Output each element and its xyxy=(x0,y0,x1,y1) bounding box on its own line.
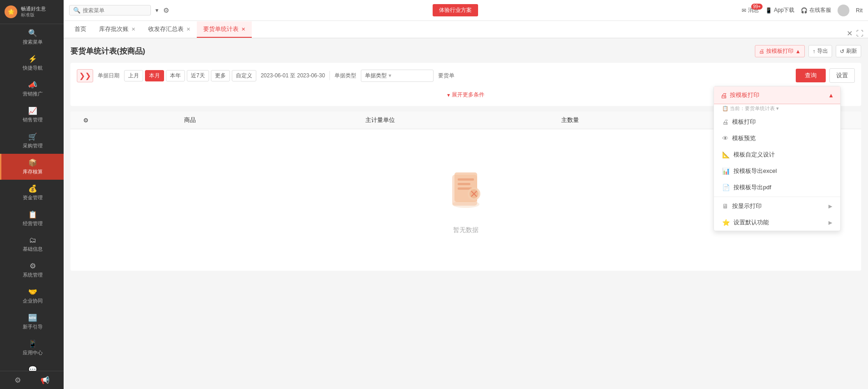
dropdown-item-template-print[interactable]: 🖨 模板打印 xyxy=(714,114,840,130)
settings-btn[interactable]: 设置 xyxy=(829,68,855,83)
topbar-dropdown-arrow[interactable]: ▾ xyxy=(155,7,159,14)
display-print-icon: 🖥 xyxy=(722,202,728,210)
expand-more-btn[interactable]: ▾ 展开更多条件 xyxy=(442,89,490,101)
filter-expand-icon-btn[interactable]: ❯❯ xyxy=(77,69,93,82)
template-custom-icon: 📐 xyxy=(722,151,730,158)
date-btn-7days[interactable]: 近7天 xyxy=(187,70,209,81)
refresh-btn[interactable]: ↺ 刷新 xyxy=(836,45,861,57)
dropdown-item-set-default[interactable]: ⭐ 设置默认功能 ▶ xyxy=(714,214,840,231)
sidebar-item-system[interactable]: ⚙ 系统管理 xyxy=(0,257,64,283)
dropdown-divider-1 xyxy=(714,197,840,197)
template-preview-label: 模板预览 xyxy=(732,134,756,142)
date-label: 单据日期 xyxy=(98,72,120,80)
tab-collect-summary-close[interactable]: ✕ xyxy=(186,26,190,32)
settings-footer-icon[interactable]: ⚙ xyxy=(15,376,21,384)
filter-row-1: ❯❯ 单据日期 上月 本月 本年 近7天 更多 自定义 2023-06-01 至… xyxy=(77,68,855,83)
export-excel-label: 按模板导出excel xyxy=(733,167,777,175)
dropdown-item-template-custom[interactable]: 📐 模板自定义设计 xyxy=(714,147,840,163)
table-settings-col[interactable]: ⚙ xyxy=(77,117,95,124)
tab-collect-summary[interactable]: 收发存汇总表 ✕ xyxy=(142,21,197,38)
print-header-icon: 🖨 xyxy=(720,91,727,99)
close-tab-icon[interactable]: ✕ xyxy=(847,29,853,38)
sidebar-item-enterprise[interactable]: 🤝 企业协同 xyxy=(0,283,64,309)
app-version: 标准版 xyxy=(21,12,46,18)
page-header: 要货单统计表(按商品) 🖨 按模板打印 ▲ ↑ 导出 ↺ 刷新 xyxy=(70,45,861,57)
tabs-bar: 首页 库存批次账 ✕ 收发存汇总表 ✕ 要货单统计表 ✕ ✕ ⛶ xyxy=(64,21,868,38)
empty-state-icon xyxy=(443,166,489,220)
sidebar-item-appstore[interactable]: 📱 应用中心 xyxy=(0,335,64,361)
date-btn-custom[interactable]: 自定义 xyxy=(232,70,256,81)
tab-inventory-batch[interactable]: 库存批次账 ✕ xyxy=(93,21,142,38)
dropdown-close-arrow[interactable]: ▲ xyxy=(828,92,834,99)
dropdown-title-text: 按模板打印 xyxy=(730,91,759,99)
sidebar-label-quick-nav: 快捷导航 xyxy=(23,65,43,71)
topbar-right: ✉ 消息 99+ 📱 App下载 🎧 在线客服 Rit xyxy=(742,5,863,16)
dropdown-item-export-excel[interactable]: 📊 按模板导出excel xyxy=(714,163,840,179)
dropdown-item-display-print[interactable]: 🖥 按显示打印 ▶ xyxy=(714,198,840,214)
sidebar-item-operation[interactable]: 📋 经营管理 xyxy=(0,206,64,232)
sidebar-logo: 🌟 畅通好生意 标准版 xyxy=(0,0,64,24)
maximize-tab-icon[interactable]: ⛶ xyxy=(856,30,863,38)
online-service-group[interactable]: 🎧 在线客服 xyxy=(801,6,831,14)
tab-home[interactable]: 首页 xyxy=(68,21,93,38)
sidebar-item-inventory[interactable]: 📦 库存核算 xyxy=(0,154,64,180)
messages-group[interactable]: ✉ 消息 99+ xyxy=(742,6,759,14)
date-btn-this-year[interactable]: 本年 xyxy=(166,70,185,81)
date-btn-this-month[interactable]: 本月 xyxy=(145,70,164,81)
operation-icon: 📋 xyxy=(28,210,37,219)
set-default-icon: ⭐ xyxy=(722,219,730,226)
sidebar-item-wechat[interactable]: 💬 企业微信 xyxy=(0,361,64,371)
sidebar-item-quick-nav[interactable]: ⚡ 快捷导航 xyxy=(0,50,64,76)
dropdown-item-template-preview[interactable]: 👁 模板预览 xyxy=(714,130,840,147)
sidebar-item-marketing[interactable]: 📣 营销推广 xyxy=(0,76,64,102)
tab-inventory-batch-close[interactable]: ✕ xyxy=(131,26,135,32)
tab-order-stats-close[interactable]: ✕ xyxy=(241,26,245,32)
sidebar-item-purchase[interactable]: 🛒 采购管理 xyxy=(0,128,64,154)
sidebar-item-sales[interactable]: 📈 销售管理 xyxy=(0,102,64,128)
enterprise-icon: 🤝 xyxy=(28,288,37,296)
topbar-gear-icon[interactable]: ⚙ xyxy=(163,6,169,15)
date-btn-prev-month[interactable]: 上月 xyxy=(124,70,143,81)
marketing-icon: 📣 xyxy=(28,81,37,89)
template-print-label: 模板打印 xyxy=(732,118,756,126)
tab-order-stats[interactable]: 要货单统计表 ✕ xyxy=(197,21,252,38)
sidebar-item-search[interactable]: 🔍 搜索菜单 xyxy=(0,24,64,50)
sidebar-item-finance[interactable]: 💰 资金管理 xyxy=(0,180,64,206)
message-icon: ✉ xyxy=(742,7,746,14)
svg-rect-4 xyxy=(458,183,470,185)
order-type-select[interactable]: 单据类型 ▾ xyxy=(361,70,434,82)
table-col-quantity: 主数量 xyxy=(475,116,665,124)
date-btn-more[interactable]: 更多 xyxy=(211,70,230,81)
user-avatar[interactable] xyxy=(838,5,849,16)
query-btn[interactable]: 查询 xyxy=(796,69,826,82)
wechat-icon: 💬 xyxy=(28,365,37,371)
table-col-unit: 主计量单位 xyxy=(285,116,475,124)
set-default-left: ⭐ 设置默认功能 xyxy=(722,218,769,227)
sidebar-item-newbie[interactable]: 🆕 新手引导 xyxy=(0,309,64,335)
print-template-btn[interactable]: 🖨 按模板打印 ▲ xyxy=(755,45,805,57)
sidebar-label-operation: 经营管理 xyxy=(23,220,43,227)
current-arrow: ▾ xyxy=(776,106,779,111)
topbar-search-container: 🔍 xyxy=(69,5,151,15)
app-download-group[interactable]: 📱 App下载 xyxy=(765,6,794,14)
empty-text: 暂无数据 xyxy=(453,226,479,234)
speaker-footer-icon[interactable]: 📢 xyxy=(40,376,50,384)
sales-icon: 📈 xyxy=(28,106,37,115)
system-icon: ⚙ xyxy=(30,262,36,270)
sidebar-item-basic[interactable]: 🗂 基础信息 xyxy=(0,232,64,257)
page-title: 要货单统计表(按商品) xyxy=(70,46,145,56)
template-preview-icon: 👁 xyxy=(722,135,728,142)
trial-btn[interactable]: 体验行业方案 xyxy=(433,4,478,16)
search-icon: 🔍 xyxy=(28,29,37,37)
sidebar-label-purchase: 采购管理 xyxy=(23,142,43,149)
template-print-icon: 🖨 xyxy=(722,118,728,126)
inventory-icon: 📦 xyxy=(28,158,37,167)
search-input[interactable] xyxy=(83,7,142,14)
print-arrow-up: ▲ xyxy=(795,48,801,55)
sidebar-label-system: 系统管理 xyxy=(23,272,43,278)
refresh-icon: ↺ xyxy=(840,48,844,55)
tabs-actions: ✕ ⛶ xyxy=(847,29,863,38)
export-btn[interactable]: ↑ 导出 xyxy=(808,45,832,57)
dropdown-item-export-pdf[interactable]: 📄 按模板导出pdf xyxy=(714,179,840,196)
appstore-icon: 📱 xyxy=(28,339,37,348)
